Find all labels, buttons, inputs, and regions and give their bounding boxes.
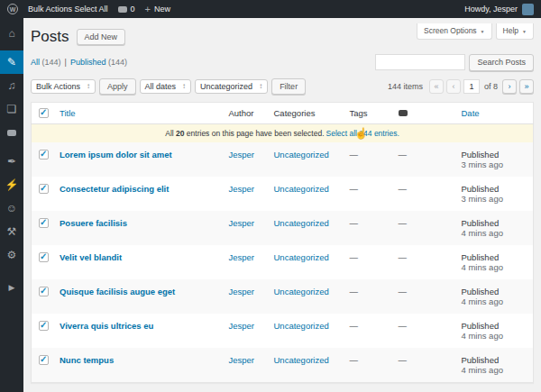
author-link[interactable]: Jesper [229,287,255,296]
add-new-button[interactable]: Add New [77,29,126,46]
category-link[interactable]: Uncategorized [274,287,329,296]
category-link[interactable]: Uncategorized [274,184,329,194]
posts-icon: ✎ [7,57,16,68]
select-all-notice-row: All 20 entries on this page have been se… [32,124,534,143]
row-checkbox[interactable] [39,218,49,228]
post-title-link[interactable]: Consectetur adipiscing elit [60,184,169,194]
comments-menu[interactable]: 0 [118,5,135,14]
post-row: Nunc tempus Jesper Uncategorized — — Pub… [32,348,534,383]
column-header-author: Author [224,103,269,124]
post-title-link[interactable]: Lorem ipsum dolor sit amet [60,150,172,160]
category-link[interactable]: Uncategorized [274,355,329,365]
admin-bar: Bulk Actions Select All 0 New Howdy, Jes… [0,0,541,18]
row-checkbox[interactable] [39,184,49,194]
next-page-button[interactable]: › [502,79,517,94]
comments-value: — [399,287,408,296]
author-link[interactable]: Jesper [229,150,255,160]
sidebar-item-posts[interactable]: ✎ [0,50,23,74]
comments-value: — [399,218,408,228]
dates-filter-select[interactable]: All dates [140,79,192,94]
row-checkbox[interactable] [39,321,49,331]
row-checkbox[interactable] [39,355,49,365]
sidebar-item-appearance[interactable]: ✒ [0,150,23,173]
category-link[interactable]: Uncategorized [274,150,329,160]
post-row: Lorem ipsum dolor sit amet Jesper Uncate… [32,142,534,177]
post-status: Published [462,252,500,262]
author-link[interactable]: Jesper [229,184,255,194]
column-header-date[interactable]: Date [456,103,534,124]
filter-published-label: Published [70,58,106,67]
author-link[interactable]: Jesper [229,218,255,228]
filter-all-label: All [31,58,40,67]
previous-page-button[interactable]: ‹ [446,79,461,94]
post-title-link[interactable]: Nunc tempus [60,355,114,365]
sidebar-item-users[interactable]: ☺ [0,196,23,220]
filter-all-link[interactable]: All (144) [31,58,61,67]
filter-published-link[interactable]: Published (144) [70,58,127,67]
search-posts-button[interactable]: Search Posts [469,54,534,71]
bulk-actions-select[interactable]: Bulk Actions [31,79,96,94]
category-link[interactable]: Uncategorized [274,252,329,262]
appearance-icon: ✒ [7,156,16,167]
apply-button[interactable]: Apply [99,78,136,96]
comments-bubble-icon [118,6,127,13]
comment-count: 0 [131,5,135,14]
post-time: 4 mins ago [462,262,503,272]
post-title-link[interactable]: Velit vel blandit [60,252,122,262]
settings-icon: ⚙ [7,250,17,260]
sidebar-item-plugins[interactable]: ⚡ [0,173,23,196]
search-box: Search Posts [375,54,534,71]
post-title-link[interactable]: Quisque facilisis augue eget [60,287,175,296]
row-checkbox[interactable] [39,287,49,296]
comments-value: — [399,252,408,262]
current-page-input[interactable]: 1 [463,79,480,94]
post-status: Published [462,355,500,365]
comments-value: — [399,355,408,365]
posts-table-body: All 20 entries on this page have been se… [32,124,534,383]
plus-icon [145,4,151,14]
wordpress-logo-icon [7,4,18,14]
help-button[interactable]: Help [496,23,534,40]
tags-value: — [350,321,359,331]
last-page-button[interactable]: » [519,79,534,94]
tags-value: — [350,218,359,228]
post-title-link[interactable]: Viverra quis ultrices eu [60,321,153,331]
pagination: 144 items « ‹ 1 of 8 › » [388,79,534,94]
categories-filter-select[interactable]: Uncategorized [195,79,268,94]
categories-selected-value: Uncategorized [200,82,252,91]
column-header-title[interactable]: Title [54,103,224,124]
author-link[interactable]: Jesper [229,355,255,365]
user-avatar[interactable] [522,4,534,15]
row-checkbox[interactable] [39,150,49,160]
sidebar-item-settings[interactable]: ⚙ [0,243,23,267]
notice-selected-count: 20 [176,129,184,138]
first-page-button[interactable]: « [429,79,444,94]
row-checkbox[interactable] [39,252,49,262]
howdy-text[interactable]: Howdy, Jesper [464,5,518,14]
wordpress-logo-menu[interactable] [7,4,18,14]
sidebar-item-dashboard[interactable]: ⌂ [0,22,23,45]
category-link[interactable]: Uncategorized [274,321,329,331]
post-time: 3 mins ago [462,194,503,204]
search-input[interactable] [375,54,465,70]
filter-button[interactable]: Filter [271,78,306,96]
site-name-menu[interactable]: Bulk Actions Select All [28,5,108,14]
author-link[interactable]: Jesper [229,321,255,331]
select-all-checkbox[interactable] [39,108,49,118]
sidebar-item-media[interactable]: ♫ [0,74,23,97]
screen-options-button[interactable]: Screen Options [417,23,492,40]
sidebar-item-pages[interactable]: ❏ [0,97,23,121]
new-content-menu[interactable]: New [145,4,170,14]
sidebar-item-comments[interactable] [0,121,23,144]
post-time: 4 mins ago [462,228,503,238]
sidebar-item-collapse-menu[interactable]: ▶ [0,276,23,299]
post-status: Published [462,218,500,228]
post-status: Published [462,321,500,331]
post-row: Posuere facilisis Jesper Uncategorized —… [32,211,534,245]
select-all-entries-link[interactable]: Select all 144 entries. [326,129,399,138]
post-time: 4 mins ago [462,296,503,306]
post-title-link[interactable]: Posuere facilisis [60,218,127,228]
category-link[interactable]: Uncategorized [274,218,329,228]
author-link[interactable]: Jesper [229,252,255,262]
sidebar-item-tools[interactable]: ⚒ [0,220,23,243]
